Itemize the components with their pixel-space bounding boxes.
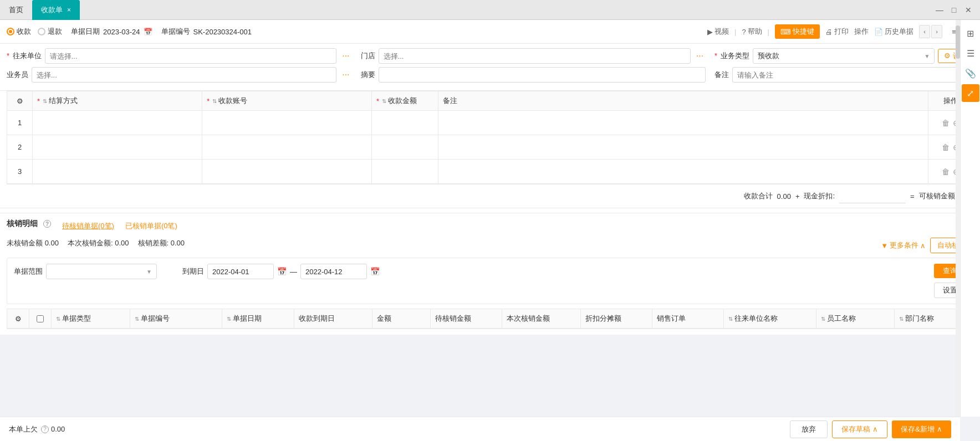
row1-account[interactable] [202,111,372,135]
row3-settlement[interactable] [33,160,202,183]
row2-amount[interactable] [372,135,438,159]
date-separator: — [290,268,297,276]
cal-to-icon[interactable]: 📅 [370,267,380,276]
radio-collect-label: 收款 [17,27,31,37]
account-sort-icon: ⇅ [212,98,217,104]
print-link[interactable]: 🖨 打印 [825,27,849,37]
range-select[interactable]: ▼ [46,264,157,279]
row2-delete-icon[interactable]: 🗑 [942,143,950,152]
sidebar-clip-icon[interactable]: 📎 [962,64,979,82]
sep2: | [768,28,769,36]
bth-due-date: 收款到期日 [294,309,373,328]
save-new-button[interactable]: 保存&新增 ∧ [892,421,951,438]
tab-pending[interactable]: 待核销单据(0笔) [58,220,119,232]
verify-tabs: 待核销单据(0笔) 已核销单据(0笔) [58,220,182,232]
bth-settings[interactable]: ⚙ [7,309,29,328]
row1-amount[interactable] [372,111,438,135]
save-draft-button[interactable]: 保存草稿 ∧ [832,421,887,438]
plus-sign: + [795,192,800,201]
diff-stat: 核销差额: 0.00 [138,238,185,248]
nav-next[interactable]: › [931,25,942,38]
row3-account[interactable] [202,160,372,183]
biz-type-label: * 业务类型 [714,51,749,61]
tab-done[interactable]: 已核销单据(0笔) [121,220,182,232]
row3-remark[interactable] [438,160,928,183]
shortcut-label: 快捷键 [793,27,814,37]
staff-input[interactable] [32,67,336,83]
summary-input[interactable] [379,67,706,83]
date-field: 单据日期 2023-03-24 📅 [71,27,152,37]
row1-remark[interactable] [438,111,928,135]
row-num-2: 2 [7,135,33,159]
number-value: SK-20230324-001 [193,28,252,36]
summary-field: 摘要 [361,67,706,83]
row2-settlement[interactable] [33,135,202,159]
abandon-button[interactable]: 放弃 [790,421,828,438]
tab-home[interactable]: 首页 [0,0,32,20]
row1-settlement[interactable] [33,111,202,135]
discount-input[interactable] [839,189,906,203]
print-icon: 🖨 [825,28,833,36]
minimize-button[interactable]: — [935,5,945,15]
save-new-arrow-icon: ∧ [937,425,942,433]
radio-refund[interactable]: 退款 [38,27,62,37]
row3-amount[interactable] [372,160,438,183]
row1-delete-icon[interactable]: 🗑 [942,119,950,127]
more-conditions-link[interactable]: ▼ 更多条件 ∧ [881,240,926,250]
bth-bill-type: ⇅ 单据类型 [52,309,130,328]
main-content: 收款 退款 单据日期 2023-03-24 📅 单据编号 SK-20230324… [0,20,980,335]
maximize-button[interactable]: □ [949,5,959,15]
bth-current-verify: 本次核销金额 [502,309,581,328]
note-input[interactable] [732,67,973,83]
tab-receipt[interactable]: 收款单 × [32,0,80,20]
sidebar-expand-icon[interactable]: ⤢ [962,84,979,102]
staff-more-icon[interactable]: ··· [340,70,351,80]
footer-info-icon[interactable]: ? [41,425,49,433]
bth-bill-no: ⇅ 单据编号 [130,309,223,328]
table-row: 2 🗑 ⊕ [7,135,973,160]
shop-more-icon[interactable]: ··· [694,51,706,61]
staff-label: 业务员 [7,70,28,80]
bth-amount: 金额 [372,309,430,328]
th-settings[interactable]: ⚙ [7,91,33,110]
biz-type-select[interactable]: 预收款 ▼ [753,48,935,64]
radio-collect[interactable]: 收款 [7,27,31,37]
select-all-checkbox[interactable] [37,315,44,322]
row2-remark[interactable] [438,135,928,159]
verify-info-icon[interactable]: ? [43,220,51,228]
right-sidebar: ⊞ ☰ 📎 ⤢ [960,20,980,417]
total-label: 收款合计 [744,191,773,201]
help-link[interactable]: ? 帮助 [742,27,762,37]
summary-row: 收款合计 0.00 + 现金折扣: = 可核销金额 0.00 [0,184,980,208]
row3-delete-icon[interactable]: 🗑 [942,167,950,176]
date-to-input[interactable]: 2022-04-12 [300,264,367,279]
print-label: 打印 [834,27,849,37]
nav-prev[interactable]: ‹ [919,25,930,38]
date-from-input[interactable]: 2022-04-01 [207,264,274,279]
shop-input[interactable] [379,48,691,64]
date-label: 到期日 [182,266,204,276]
shortcut-button[interactable]: ⌨ 快捷键 [775,24,820,39]
discount-label: 现金折扣: [804,191,835,201]
operation-link[interactable]: 操作 [854,27,869,37]
nav-arrows: ‹ › [919,25,942,38]
biz-type-field: * 业务类型 预收款 ▼ ⚙ 设置 [714,48,973,64]
video-link[interactable]: ▶ 视频 [707,27,729,37]
form-section: * 往来单位 ··· 门店 ··· * 业务类型 预收 [0,44,980,91]
verify-section: 核销明细 ? 待核销单据(0笔) 已核销单据(0笔) 未核销金额 0.00 本次… [0,213,980,335]
th-amount: * ⇅ 收款金额 [372,91,438,110]
sidebar-table-icon[interactable]: ⊞ [962,24,979,42]
cal-from-icon[interactable]: 📅 [277,267,287,276]
partner-required: * [7,52,9,60]
history-link[interactable]: 📄 历史单据 [874,27,913,37]
row2-account[interactable] [202,135,372,159]
top-toolbar: 收款 退款 单据日期 2023-03-24 📅 单据编号 SK-20230324… [0,20,980,44]
sidebar-list-icon[interactable]: ☰ [962,44,979,62]
partner-more-icon[interactable]: ··· [340,51,351,61]
close-button[interactable]: ✕ [963,5,973,15]
partner-input[interactable] [45,48,337,64]
summary-label: 摘要 [361,70,375,80]
calendar-icon[interactable]: 📅 [144,28,152,36]
unverified-stat: 未核销金额 0.00 [7,238,59,248]
tab-close-icon[interactable]: × [67,6,71,14]
